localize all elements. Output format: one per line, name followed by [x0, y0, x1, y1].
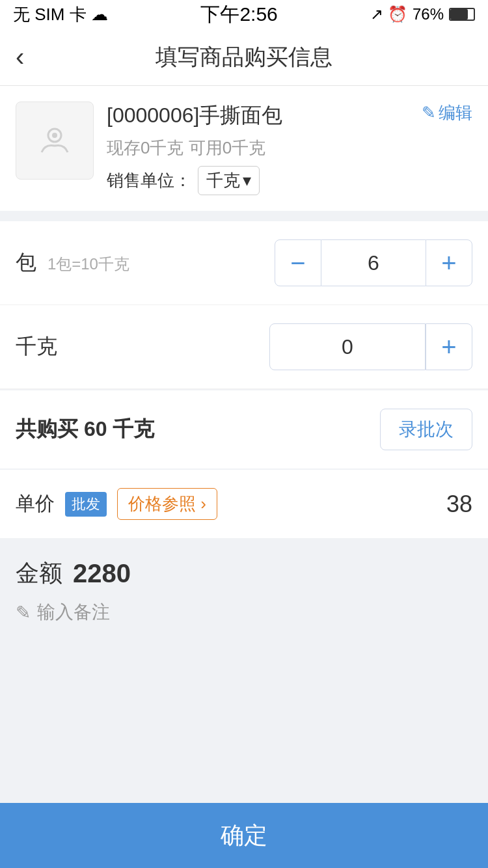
kg-label: 千克	[16, 332, 269, 361]
status-right: ↗ ⏰ 76%	[370, 5, 475, 23]
pkg-row: 包 1包=10千克 − +	[0, 221, 488, 305]
unit-value: 千克	[206, 169, 240, 192]
unit-select[interactable]: 千克 ▾	[198, 166, 260, 195]
back-button[interactable]: ‹	[16, 42, 24, 72]
dropdown-icon: ▾	[243, 170, 251, 191]
summary-label: 共购买	[16, 417, 78, 441]
svg-point-1	[52, 133, 57, 138]
page-title: 填写商品购买信息	[156, 42, 332, 72]
edit-label: 编辑	[439, 102, 472, 124]
kg-plus-button[interactable]: +	[426, 323, 472, 370]
kg-input[interactable]	[269, 323, 426, 370]
product-stock: 现存0千克 可用0千克	[107, 137, 472, 159]
unit-label: 销售单位：	[107, 169, 191, 192]
summary-unit: 千克	[113, 417, 154, 441]
pkg-label: 包	[16, 251, 36, 274]
status-bar: 无 SIM 卡 ☁ 下午2:56 ↗ ⏰ 76%	[0, 0, 488, 29]
kg-row: 千克 +	[0, 305, 488, 389]
batch-button[interactable]: 录批次	[380, 409, 472, 450]
amount-label: 金额	[16, 558, 62, 590]
remark-placeholder: 输入备注	[37, 600, 110, 625]
price-ref-button[interactable]: 价格参照 ›	[117, 488, 217, 520]
status-time: 下午2:56	[200, 1, 277, 28]
product-unit: 销售单位： 千克 ▾	[107, 166, 472, 195]
battery-bar	[449, 8, 475, 21]
edit-button[interactable]: ✎ 编辑	[422, 102, 472, 124]
carrier-text: 无 SIM 卡 ☁	[13, 3, 108, 26]
pencil-icon: ✎	[16, 602, 31, 623]
product-card: [0000006]手撕面包 现存0千克 可用0千克 销售单位： 千克 ▾ ✎ 编…	[0, 86, 488, 211]
battery-icon: ↗ ⏰	[370, 5, 407, 23]
product-info: [0000006]手撕面包 现存0千克 可用0千克 销售单位： 千克 ▾	[107, 102, 472, 195]
summary-row: 共购买 60 千克 录批次	[0, 390, 488, 468]
remark-row[interactable]: ✎ 输入备注	[16, 600, 472, 625]
pkg-input[interactable]	[321, 239, 426, 286]
product-name: [0000006]手撕面包	[107, 102, 472, 130]
edit-icon: ✎	[422, 103, 436, 123]
pkg-label-area: 包 1包=10千克	[16, 249, 275, 277]
amount-value: 2280	[73, 559, 131, 588]
battery-text: 76%	[413, 5, 444, 23]
empty-space	[0, 635, 488, 803]
pkg-minus-button[interactable]: −	[275, 239, 321, 286]
summary-qty: 60	[84, 417, 107, 441]
amount-row: 金额 2280	[16, 558, 472, 590]
confirm-button[interactable]: 确定	[0, 803, 488, 868]
price-value: 38	[446, 491, 472, 518]
amount-section: 金额 2280 ✎ 输入备注	[0, 539, 488, 635]
status-left: 无 SIM 卡 ☁	[13, 3, 108, 26]
pkg-plus-button[interactable]: +	[426, 239, 472, 286]
pkg-control: − +	[275, 239, 472, 286]
summary-text: 共购买 60 千克	[16, 415, 154, 444]
kg-control: +	[269, 323, 472, 370]
pkg-hint: 1包=10千克	[47, 255, 129, 273]
price-tag: 批发	[65, 492, 107, 517]
nav-bar: ‹ 填写商品购买信息	[0, 29, 488, 86]
price-section: 单价 批发 价格参照 › 38	[0, 470, 488, 538]
product-image	[16, 102, 94, 180]
price-label: 单价	[16, 491, 55, 517]
quantity-section: 包 1包=10千克 − + 千克 +	[0, 221, 488, 389]
